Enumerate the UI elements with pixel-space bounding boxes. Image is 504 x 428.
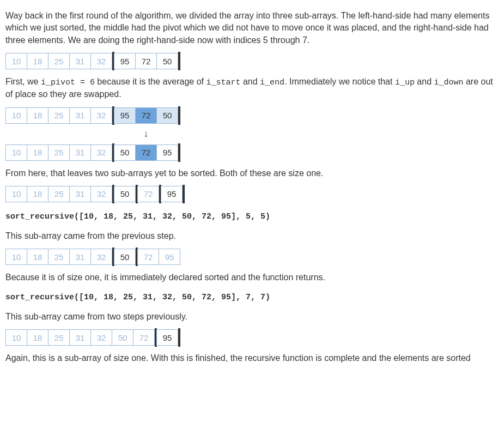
intro-paragraph: Way back in the first round of the algor… bbox=[5, 10, 499, 46]
cell: 95 bbox=[161, 186, 183, 202]
cell: 72 bbox=[135, 53, 157, 69]
cell: 18 bbox=[27, 329, 48, 346]
cell: 31 bbox=[69, 53, 91, 69]
cell-pivot: 72 bbox=[135, 107, 157, 124]
array-diagram-1: 10 18 25 31 32 95 72 50 bbox=[5, 52, 499, 70]
down-arrow-row: ↓ bbox=[5, 128, 499, 140]
cell: 18 bbox=[27, 144, 48, 161]
cell: 18 bbox=[27, 186, 48, 202]
paragraph-4: This sub-array came from the previous st… bbox=[5, 230, 499, 242]
cell: 50 bbox=[114, 144, 136, 161]
cell: 10 bbox=[5, 329, 27, 346]
separator bbox=[183, 185, 185, 203]
cell: 72 bbox=[137, 249, 159, 265]
paragraph-2: First, we i_pivot = 6 because it is the … bbox=[5, 76, 499, 100]
cell: 32 bbox=[90, 144, 112, 161]
paragraph-6: This sub-array came from two steps previ… bbox=[5, 311, 499, 323]
cell: 32 bbox=[90, 186, 112, 202]
cell: 10 bbox=[5, 144, 27, 161]
function-call-2: sort_recursive([10, 18, 25, 31, 32, 50, … bbox=[5, 292, 499, 303]
paragraph-3: From here, that leaves two sub-arrays ye… bbox=[5, 167, 499, 179]
cell: 50 bbox=[114, 186, 136, 202]
cell: 18 bbox=[27, 249, 48, 265]
array-diagram-2a: 10 18 25 31 32 95 72 50 bbox=[5, 106, 499, 125]
cell: 10 bbox=[5, 249, 27, 265]
cell: 72 bbox=[137, 186, 159, 202]
cell: 25 bbox=[48, 107, 70, 124]
function-call-1: sort_recursive([10, 18, 25, 31, 32, 50, … bbox=[5, 211, 499, 222]
cell: 10 bbox=[5, 186, 27, 202]
cell: 50 bbox=[156, 53, 178, 69]
cell: 25 bbox=[48, 329, 70, 346]
separator bbox=[178, 52, 180, 70]
cell: 10 bbox=[5, 107, 27, 124]
separator bbox=[178, 106, 180, 125]
cell: 18 bbox=[27, 107, 48, 124]
cell: 10 bbox=[5, 53, 27, 69]
cell: 50 bbox=[112, 329, 133, 346]
cell: 31 bbox=[69, 329, 91, 346]
cell: 50 bbox=[114, 249, 136, 265]
cell: 25 bbox=[48, 186, 70, 202]
cell: 95 bbox=[114, 53, 136, 69]
cell: 50 bbox=[156, 107, 178, 124]
cell: 32 bbox=[90, 107, 112, 124]
cell: 25 bbox=[48, 144, 70, 161]
cell: 32 bbox=[90, 53, 112, 69]
cell: 31 bbox=[69, 144, 91, 161]
cell: 72 bbox=[133, 329, 155, 346]
separator bbox=[178, 143, 180, 162]
array-diagram-5: 10 18 25 31 32 50 72 95 bbox=[5, 328, 499, 347]
down-arrow-icon: ↓ bbox=[135, 128, 157, 140]
cell: 31 bbox=[69, 186, 91, 202]
cell: 95 bbox=[114, 107, 136, 124]
cell: 95 bbox=[156, 144, 178, 161]
array-diagram-3: 10 18 25 31 32 50 72 95 bbox=[5, 185, 499, 203]
paragraph-5: Because it is of size one, it is immedia… bbox=[5, 272, 499, 284]
cell: 95 bbox=[156, 329, 178, 346]
array-diagram-2b: 10 18 25 31 32 50 72 95 bbox=[5, 143, 499, 162]
cell: 18 bbox=[27, 53, 48, 69]
cell: 32 bbox=[90, 249, 112, 265]
cell: 31 bbox=[69, 107, 91, 124]
separator bbox=[178, 328, 180, 347]
cell: 25 bbox=[48, 53, 70, 69]
cell: 95 bbox=[159, 249, 180, 265]
cell: 25 bbox=[48, 249, 70, 265]
array-diagram-4: 10 18 25 31 32 50 72 95 bbox=[5, 248, 499, 266]
cell: 31 bbox=[69, 249, 91, 265]
paragraph-7: Again, this is a sub-array of size one. … bbox=[5, 352, 499, 364]
cell: 32 bbox=[90, 329, 112, 346]
cell-pivot: 72 bbox=[135, 144, 157, 161]
